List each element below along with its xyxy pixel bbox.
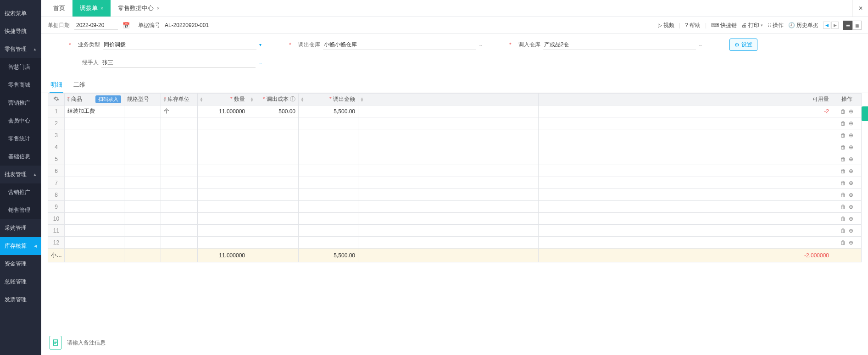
sidebar-item-零售商城[interactable]: 零售商城 — [0, 76, 41, 94]
table-row[interactable]: 9🗑⊕ — [48, 201, 862, 213]
add-row-icon[interactable]: ⊕ — [849, 156, 853, 162]
sidebar-item-营销推广[interactable]: 营销推广 — [0, 183, 41, 201]
handler-input[interactable] — [101, 57, 256, 68]
tab-调拨单[interactable]: 调拨单× — [72, 0, 111, 17]
col-qty[interactable]: ▲▼* 数量 — [198, 94, 248, 105]
main-panel: 首页调拨单×零售数据中心× ✕ 单据日期 📅 单据编号 AL-20220920-… — [41, 0, 868, 355]
add-row-icon[interactable]: ⊕ — [849, 192, 853, 198]
info-icon[interactable]: ⓘ — [290, 96, 295, 102]
calendar-icon[interactable]: 📅 — [122, 22, 130, 29]
sidebar-item-营销推广[interactable]: 营销推广 — [0, 94, 41, 112]
add-row-icon[interactable]: ⊕ — [849, 120, 853, 127]
table-row[interactable]: 11🗑⊕ — [48, 225, 862, 237]
required-star: * — [289, 42, 291, 48]
chevron-down-icon[interactable]: ▾ — [259, 42, 262, 47]
delete-row-icon[interactable]: 🗑 — [840, 227, 846, 234]
delete-row-icon[interactable]: 🗑 — [840, 216, 846, 222]
delete-row-icon[interactable]: 🗑 — [840, 239, 846, 246]
sidebar-item-零售管理[interactable]: 零售管理▲ — [0, 40, 41, 58]
table-row[interactable]: 6🗑⊕ — [48, 165, 862, 177]
more-icon[interactable]: ··· — [258, 60, 262, 66]
col-settings-button[interactable] — [48, 94, 65, 105]
field-in-wh: * 调入仓库 ··· — [509, 39, 702, 50]
tab-零售数据中心[interactable]: 零售数据中心× — [111, 0, 167, 17]
help-link[interactable]: ? 帮助 — [685, 22, 701, 29]
scan-entry-button[interactable]: 扫码录入 — [95, 95, 121, 103]
col-amt[interactable]: ▲▼* 调出金额 — [299, 94, 358, 105]
table-row[interactable]: 12🗑⊕ — [48, 237, 862, 249]
close-icon[interactable]: × — [100, 6, 103, 11]
sidebar-item-采购管理[interactable]: 采购管理 — [0, 219, 41, 237]
detail-subtabs: 明细二维 — [41, 76, 868, 93]
in-wh-input[interactable] — [543, 39, 696, 50]
add-row-icon[interactable]: ⊕ — [849, 204, 853, 210]
sidebar-item-基础信息[interactable]: 基础信息 — [0, 148, 41, 166]
hotkey-link[interactable]: ⌨ 快捷键 — [711, 22, 737, 29]
biz-type-input[interactable] — [103, 39, 256, 50]
delete-row-icon[interactable]: 🗑 — [840, 132, 846, 139]
delete-row-icon[interactable]: 🗑 — [840, 168, 846, 174]
sidebar-item-总账管理[interactable]: 总账管理 — [0, 273, 41, 291]
more-icon[interactable]: ··· — [479, 42, 482, 48]
view-grid-button[interactable]: ▦ — [852, 21, 862, 30]
delete-row-icon[interactable]: 🗑 — [840, 120, 846, 127]
add-row-icon[interactable]: ⊕ — [849, 216, 853, 222]
doc-header: 单据日期 📅 单据编号 AL-20220920-001 ▷ 视频 | ? 帮助 … — [41, 17, 868, 34]
delete-row-icon[interactable]: 🗑 — [840, 192, 846, 198]
prev-doc-button[interactable]: ◀ — [823, 22, 830, 29]
add-row-icon[interactable]: ⊕ — [849, 144, 853, 150]
table-row[interactable]: 1组装加工费个11.000000500.005,500.00-2🗑⊕ — [48, 105, 862, 117]
right-drawer-handle[interactable] — [862, 106, 868, 121]
sidebar-item-零售统计[interactable]: 零售统计 — [0, 130, 41, 148]
col-product[interactable]: ▲▼ * 商品 扫码录入 — [65, 94, 124, 105]
close-all-tabs[interactable]: ✕ — [852, 0, 868, 17]
sidebar-item-库存核算[interactable]: 库存核算◀ — [0, 237, 41, 255]
table-row[interactable]: 4🗑⊕ — [48, 141, 862, 153]
delete-row-icon[interactable]: 🗑 — [840, 180, 846, 186]
add-row-icon[interactable]: ⊕ — [849, 180, 853, 186]
sidebar-item-批发管理[interactable]: 批发管理▲ — [0, 166, 41, 183]
tab-首页[interactable]: 首页 — [46, 0, 72, 17]
add-row-icon[interactable]: ⊕ — [849, 227, 853, 234]
subtab-明细[interactable]: 明细 — [50, 78, 63, 93]
col-cost[interactable]: ▲▼* 调出成本 ⓘ — [248, 94, 299, 105]
next-doc-button[interactable]: ▶ — [831, 22, 839, 29]
note-icon[interactable] — [50, 336, 61, 349]
video-link[interactable]: ▷ 视频 — [658, 22, 674, 29]
more-icon[interactable]: ··· — [699, 42, 702, 48]
col-avail[interactable]: 可用量 — [539, 94, 832, 105]
view-list-button[interactable]: ☰ — [843, 21, 852, 30]
out-wh-input[interactable] — [323, 39, 476, 50]
col-unit[interactable]: ▲▼* 库存单位 — [161, 94, 198, 105]
delete-row-icon[interactable]: 🗑 — [840, 156, 846, 162]
add-row-icon[interactable]: ⊕ — [849, 108, 853, 115]
sidebar-item-销售管理[interactable]: 销售管理 — [0, 201, 41, 219]
action-button[interactable]: ⁝⁝ 操作 — [768, 22, 784, 29]
add-row-icon[interactable]: ⊕ — [849, 168, 853, 174]
table-row[interactable]: 7🗑⊕ — [48, 177, 862, 189]
close-icon[interactable]: × — [156, 6, 159, 11]
sidebar-item-快捷导航[interactable]: 快捷导航 — [0, 22, 41, 40]
delete-row-icon[interactable]: 🗑 — [840, 204, 846, 210]
remarks-input[interactable] — [67, 339, 205, 346]
settings-button[interactable]: ⚙ 设置 — [729, 39, 757, 51]
table-row[interactable]: 10🗑⊕ — [48, 213, 862, 225]
delete-row-icon[interactable]: 🗑 — [840, 144, 846, 150]
table-row[interactable]: 3🗑⊕ — [48, 129, 862, 141]
subtab-二维[interactable]: 二维 — [72, 78, 86, 93]
add-row-icon[interactable]: ⊕ — [849, 239, 853, 246]
table-row[interactable]: 5🗑⊕ — [48, 153, 862, 165]
sidebar-item-搜索菜单[interactable]: 搜索菜单 — [0, 5, 41, 22]
col-spec[interactable]: ▲▼规格型号 — [124, 94, 161, 105]
print-button[interactable]: 🖨 打印 ▾ — [741, 22, 763, 29]
sidebar-item-会员中心[interactable]: 会员中心 — [0, 112, 41, 130]
sidebar-item-发票管理[interactable]: 发票管理 — [0, 291, 41, 309]
table-row[interactable]: 2🗑⊕ — [48, 117, 862, 129]
sidebar-item-资金管理[interactable]: 资金管理 — [0, 255, 41, 273]
delete-row-icon[interactable]: 🗑 — [840, 108, 846, 115]
add-row-icon[interactable]: ⊕ — [849, 132, 853, 139]
history-button[interactable]: 🕘 历史单据 — [788, 22, 818, 29]
sidebar-item-智慧门店[interactable]: 智慧门店 — [0, 58, 41, 76]
doc-date-input[interactable] — [74, 21, 118, 30]
table-row[interactable]: 8🗑⊕ — [48, 189, 862, 201]
